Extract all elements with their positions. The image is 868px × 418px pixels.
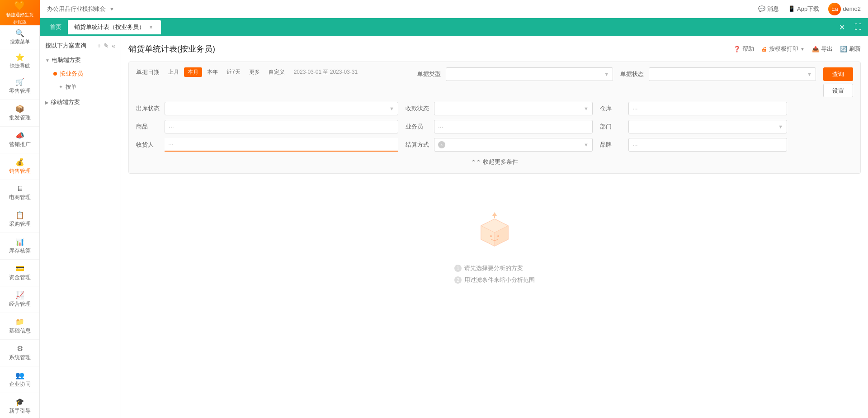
tab-close-btn[interactable]: × <box>147 24 155 31</box>
scheme-salesperson-label: 按业务员 <box>60 70 83 78</box>
receiver-input[interactable]: ··· <box>165 138 398 152</box>
tab-minimize-btn[interactable]: ✕ <box>835 21 848 33</box>
scheme-salesperson[interactable]: 按业务员 <box>40 67 121 81</box>
header-left: 办公用品行业模拟账套 ▼ <box>47 5 114 13</box>
page-title: 销货单统计表(按业务员) <box>128 43 215 54</box>
collapse-btn[interactable]: ⌃⌃ 收起更多条件 <box>466 156 524 168</box>
department-select[interactable]: ▼ <box>628 120 787 133</box>
settlement-select[interactable]: × ▼ <box>434 138 593 152</box>
search-menu-btn[interactable]: 🔍 搜索菜单 <box>0 25 39 49</box>
settlement-label: 结算方式 <box>406 141 430 149</box>
page-header: 销货单统计表(按业务员) ❓ 帮助 🖨 按模板打印 ▼ 📤 导出 <box>128 43 861 54</box>
sidebar-item-purchase[interactable]: 📋 采购管理 <box>0 206 39 233</box>
empty-illustration <box>472 210 517 255</box>
tab-bar: 首页 销货单统计表（按业务员） × ✕ ⛶ <box>40 18 868 36</box>
sidebar-item-newbie-label: 新手引导 <box>9 407 31 415</box>
sidebar-item-finance[interactable]: 💳 资金管理 <box>0 260 39 286</box>
edit-scheme-btn[interactable]: ✎ <box>104 42 109 49</box>
tab-active[interactable]: 销货单统计表（按业务员） × <box>68 20 161 34</box>
message-btn[interactable]: 💬 消息 <box>758 5 779 13</box>
doc-type-select[interactable]: ▼ <box>446 67 613 81</box>
svg-marker-7 <box>492 212 497 216</box>
username: demo2 <box>843 5 861 12</box>
sidebar-item-inventory[interactable]: 📊 库存核算 <box>0 233 39 260</box>
sidebar-item-base[interactable]: 📁 基础信息 <box>0 313 39 340</box>
mobile-section-header[interactable]: ▶ 移动端方案 <box>40 95 121 109</box>
logo-icon: 🧡 <box>14 0 25 11</box>
brand-input[interactable]: ··· <box>628 138 787 152</box>
settings-btn[interactable]: 设置 <box>823 84 853 97</box>
user-profile[interactable]: Ea demo2 <box>828 3 861 15</box>
sidebar-item-operation[interactable]: 📈 经营管理 <box>0 286 39 313</box>
avatar: Ea <box>828 3 841 15</box>
salesperson-label: 业务员 <box>406 123 430 131</box>
main-content: 销货单统计表(按业务员) ❓ 帮助 🖨 按模板打印 ▼ 📤 导出 <box>121 36 868 418</box>
print-template-btn[interactable]: 🖨 按模板打印 ▼ <box>761 45 805 53</box>
mobile-section: ▶ 移动端方案 <box>40 95 121 109</box>
logo-text: 畅捷通好生意 <box>6 12 33 18</box>
tab-active-label: 销货单统计表（按业务员） <box>74 23 145 31</box>
sidebar-item-marketing[interactable]: 📣 营销推广 <box>0 127 39 153</box>
message-icon: 💬 <box>758 5 765 12</box>
export-btn[interactable]: 📤 导出 <box>812 45 833 53</box>
date-tab-this-year[interactable]: 本年 <box>203 67 222 77</box>
warehouse-input[interactable]: ··· <box>628 102 787 115</box>
retail-icon: 🛒 <box>15 78 24 86</box>
tab-maximize-btn[interactable]: ⛶ <box>852 21 864 33</box>
department-dropdown-icon: ▼ <box>778 124 783 129</box>
quick-nav-btn[interactable]: ⭐ 快捷导航 <box>0 49 39 73</box>
stock-out-select[interactable]: ▼ <box>165 102 398 115</box>
refresh-btn[interactable]: 🔄 刷新 <box>840 45 861 53</box>
settlement-dropdown-icon: ▼ <box>584 142 589 147</box>
goods-input[interactable]: ··· <box>165 120 398 133</box>
doc-status-label: 单据状态 <box>620 70 645 78</box>
doc-status-select[interactable]: ▼ <box>649 67 816 81</box>
content-area: 按以下方案查询 + ✎ « ▼ 电脑端方案 按业务员 ✦ <box>40 36 868 418</box>
sidebar-item-enterprise[interactable]: 👥 企业协同 <box>0 366 39 393</box>
collapse-panel-btn[interactable]: « <box>112 42 115 49</box>
app-logo[interactable]: 🧡 畅捷通好生意 标账版 <box>0 0 40 25</box>
sidebar-item-retail[interactable]: 🛒 零售管理 <box>0 73 39 100</box>
breadcrumb-dropdown-icon[interactable]: ▼ <box>109 6 114 12</box>
query-btn[interactable]: 查询 <box>823 67 853 81</box>
newbie-icon: 🎓 <box>15 398 24 406</box>
date-tab-this-month[interactable]: 本月 <box>184 67 202 77</box>
payment-select[interactable]: ▼ <box>434 102 593 115</box>
scheme-by-order[interactable]: ✦ 按单 <box>40 81 121 94</box>
goods-more-icon: ··· <box>169 123 174 130</box>
sidebar-item-marketing-label: 营销推广 <box>9 141 31 148</box>
sidebar-item-sales[interactable]: 💰 销售管理 <box>0 153 39 180</box>
breadcrumb: 办公用品行业模拟账套 <box>47 5 106 13</box>
export-icon: 📤 <box>812 46 819 52</box>
settlement-clear-btn[interactable]: × <box>438 141 445 148</box>
enterprise-icon: 👥 <box>15 371 24 380</box>
sidebar-item-newbie[interactable]: 🎓 新手引导 <box>0 393 39 418</box>
refresh-icon: 🔄 <box>840 46 847 52</box>
inventory-icon: 📊 <box>15 238 24 246</box>
base-icon: 📁 <box>15 318 24 326</box>
payment-dropdown-icon: ▼ <box>584 106 589 111</box>
app-download-btn[interactable]: 📱 App下载 <box>788 5 819 13</box>
desktop-arrow-icon: ▼ <box>45 58 50 63</box>
print-label: 按模板打印 <box>769 45 798 53</box>
sidebar-item-system[interactable]: ⚙ 系统管理 <box>0 340 39 366</box>
nav-icon: ⭐ <box>15 53 24 62</box>
sidebar-item-purchase-label: 采购管理 <box>9 220 31 228</box>
date-tab-7days[interactable]: 近7天 <box>223 67 244 77</box>
date-tab-custom[interactable]: 自定义 <box>265 67 288 77</box>
tab-home[interactable]: 首页 <box>43 20 68 34</box>
salesperson-more-icon: ··· <box>438 123 443 130</box>
add-scheme-btn[interactable]: + <box>97 42 101 49</box>
date-tab-last-month[interactable]: 上月 <box>165 67 183 77</box>
panel-title-actions: + ✎ « <box>97 42 115 49</box>
app-download-label: App下载 <box>797 5 819 13</box>
desktop-section-header[interactable]: ▼ 电脑端方案 <box>40 53 121 67</box>
sidebar-item-ecom[interactable]: 🖥 电商管理 <box>0 180 39 206</box>
sidebar-item-wholesale[interactable]: 📦 批发管理 <box>0 100 39 127</box>
sidebar-item-base-label: 基础信息 <box>9 327 31 335</box>
date-tab-more[interactable]: 更多 <box>245 67 264 77</box>
search-menu-label: 搜索菜单 <box>10 38 30 45</box>
salesperson-input[interactable]: ··· <box>434 120 593 133</box>
help-btn[interactable]: ❓ 帮助 <box>733 45 754 53</box>
stock-out-label: 出库状态 <box>136 104 161 113</box>
